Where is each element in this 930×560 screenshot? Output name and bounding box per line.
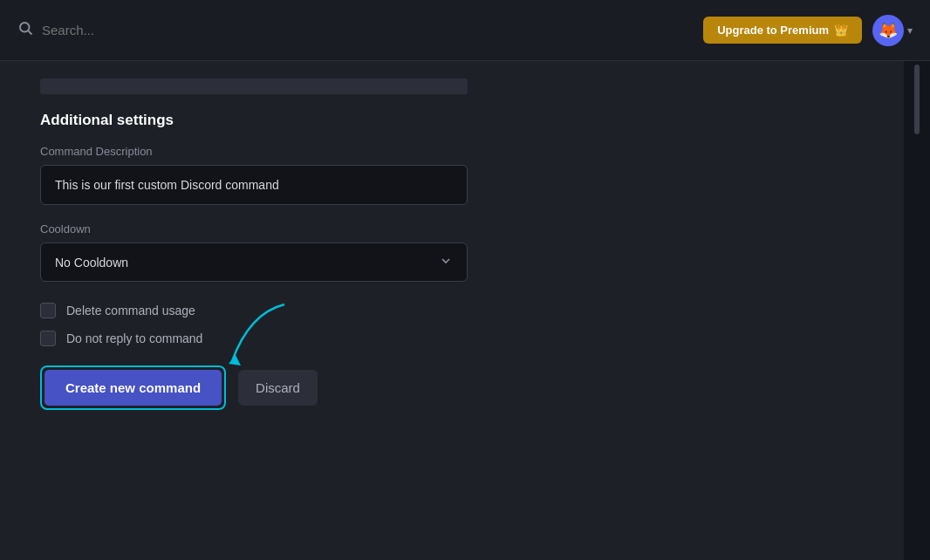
section-title: Additional settings	[40, 112, 864, 129]
description-label: Command Description	[40, 145, 864, 158]
no-reply-checkbox[interactable]	[40, 331, 56, 346]
discard-button[interactable]: Discard	[238, 370, 318, 406]
buttons-row: Create new command Discard	[40, 365, 864, 410]
checkbox-row-delete: Delete command usage	[40, 303, 864, 318]
description-value: This is our first custom Discord command	[55, 178, 279, 192]
svg-line-1	[28, 31, 31, 34]
header-right: Upgrade to Premium 👑 🦊 ▾	[703, 15, 913, 46]
cooldown-chevron-icon	[439, 254, 453, 270]
top-bar-element	[40, 79, 468, 94]
header: Upgrade to Premium 👑 🦊 ▾	[0, 0, 930, 61]
crown-icon: 👑	[834, 24, 848, 37]
search-input[interactable]	[42, 23, 216, 38]
description-field[interactable]: This is our first custom Discord command	[40, 165, 468, 205]
right-panel	[904, 61, 930, 560]
content-area: Additional settings Command Description …	[0, 61, 904, 560]
avatar: 🦊	[872, 15, 904, 46]
upgrade-label: Upgrade to Premium	[717, 24, 829, 37]
search-icon	[17, 20, 33, 40]
form-section: Additional settings Command Description …	[0, 112, 904, 410]
chevron-down-icon: ▾	[907, 24, 913, 37]
cooldown-value: No Cooldown	[55, 256, 128, 270]
main-content: Additional settings Command Description …	[0, 61, 930, 560]
cooldown-select[interactable]: No Cooldown	[40, 242, 468, 282]
delete-command-checkbox[interactable]	[40, 303, 56, 318]
avatar-wrap[interactable]: 🦊 ▾	[872, 15, 913, 46]
checkbox-row-noreply: Do not reply to command	[40, 331, 864, 346]
upgrade-button[interactable]: Upgrade to Premium 👑	[703, 17, 862, 44]
scrollbar-thumb[interactable]	[914, 65, 920, 134]
create-new-command-button[interactable]: Create new command	[44, 370, 222, 406]
svg-marker-2	[229, 355, 241, 365]
header-left	[17, 20, 216, 40]
create-button-wrapper: Create new command	[40, 365, 226, 410]
no-reply-label: Do not reply to command	[66, 331, 202, 345]
delete-command-label: Delete command usage	[66, 304, 195, 318]
svg-point-0	[20, 23, 30, 32]
avatar-image: 🦊	[879, 21, 898, 40]
cooldown-label: Cooldown	[40, 222, 864, 236]
